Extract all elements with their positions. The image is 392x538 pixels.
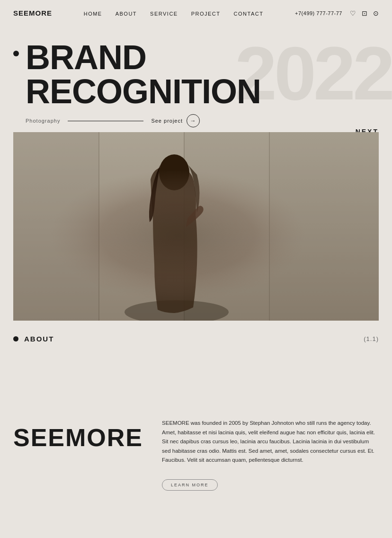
see-project-arrow-circle[interactable]: →	[187, 114, 200, 127]
user-icon[interactable]: ⊙	[373, 9, 379, 17]
nav-home[interactable]: HOME	[84, 11, 102, 17]
nav-right: +7(499) 777-77-77 ♡ ⊡ ⊙	[295, 9, 379, 17]
hero-photo-svg	[13, 132, 379, 321]
spacer	[13, 371, 379, 409]
hero-category: Photography	[26, 118, 60, 124]
about-dot	[13, 336, 18, 341]
about-logo-large: SEEMORE	[13, 419, 143, 452]
about-text-column: SEEMORE was founded in 2005 by Stephan J…	[162, 419, 379, 491]
hero-dot	[13, 51, 19, 56]
svg-rect-10	[13, 132, 379, 321]
see-project-link[interactable]: See project →	[151, 114, 200, 127]
bottom-spacer	[0, 500, 392, 538]
navbar: SEEMORE HOME ABOUT SERVICE PROJECT CONTA…	[0, 0, 392, 26]
hero-divider-line	[68, 121, 143, 121]
learn-more-button[interactable]: LEARN MORE	[162, 479, 218, 491]
hero-subtitle-row: Photography See project →	[26, 114, 379, 127]
hero-photo	[13, 132, 379, 321]
hero-title-line1: BRAND	[26, 38, 146, 76]
about-title-row: ABOUT	[13, 335, 54, 343]
about-description: SEEMORE was founded in 2005 by Stephan J…	[162, 419, 379, 465]
hero-section: 2022 BRAND RECOGNITION NEXT Photography …	[0, 26, 392, 132]
about-section-label: ABOUT	[24, 335, 54, 343]
phone-number: +7(499) 777-77-77	[295, 10, 342, 16]
logo[interactable]: SEEMORE	[13, 9, 52, 17]
hero-title-line2: RECOGNITION	[26, 72, 261, 110]
nav-about[interactable]: ABOUT	[116, 11, 137, 17]
arrow-icon: →	[190, 117, 196, 124]
nav-contact[interactable]: CONTACT	[234, 11, 264, 17]
heart-icon[interactable]: ♡	[350, 9, 356, 17]
see-project-label: See project	[151, 118, 183, 124]
nav-links: HOME ABOUT SERVICE PROJECT CONTACT	[84, 9, 264, 18]
about-section: ABOUT (1.1) SEEMORE SEEMORE was founded …	[0, 321, 392, 500]
about-header: ABOUT (1.1)	[13, 335, 379, 343]
nav-service[interactable]: SERVICE	[150, 11, 178, 17]
nav-icons: ♡ ⊡ ⊙	[350, 9, 379, 17]
about-content: SEEMORE SEEMORE was founded in 2005 by S…	[13, 419, 379, 491]
hero-title: BRAND RECOGNITION	[26, 40, 261, 108]
hero-image	[13, 132, 379, 321]
nav-project[interactable]: PROJECT	[191, 11, 221, 17]
about-section-number: (1.1)	[364, 335, 379, 342]
cart-icon[interactable]: ⊡	[362, 9, 367, 17]
